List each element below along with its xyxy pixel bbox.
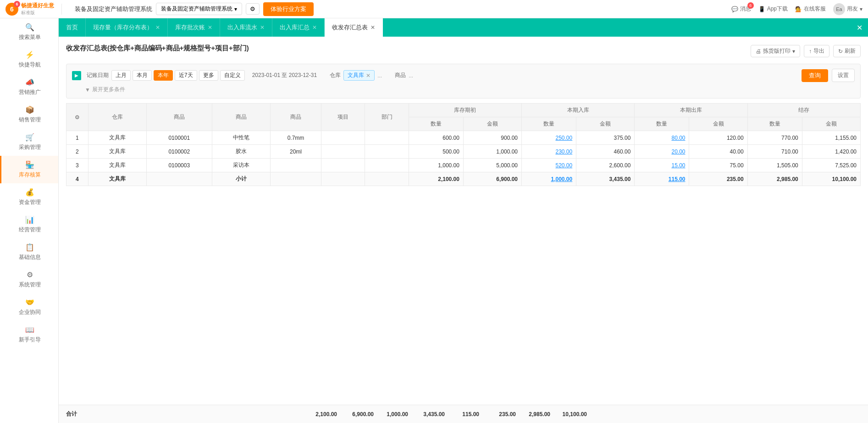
cell-project bbox=[321, 159, 365, 172]
date-btn-本月[interactable]: 本月 bbox=[133, 70, 152, 81]
footer-bal-amt: 10,100.00 bbox=[554, 411, 591, 418]
sidebar-item-finance[interactable]: 💰 资金管理 bbox=[0, 183, 58, 211]
tab-close-5[interactable]: ✕ bbox=[370, 24, 375, 31]
cell-out-amt: 40.00 bbox=[689, 145, 747, 159]
tab-label: 出入库汇总 bbox=[280, 23, 310, 32]
sidebar-item-label: 快捷导航 bbox=[19, 61, 41, 69]
tab-close-3[interactable]: ✕ bbox=[260, 24, 265, 31]
warehouse-tag[interactable]: 文具库 ✕ bbox=[343, 70, 375, 81]
warehouse-tag-close[interactable]: ✕ bbox=[366, 72, 370, 79]
sidebar-item-operation[interactable]: 📊 经营管理 bbox=[0, 211, 58, 238]
cell-spec bbox=[270, 159, 321, 172]
cell-in-qty[interactable]: 230.00 bbox=[522, 145, 576, 159]
tab-bar-close[interactable]: ✕ bbox=[851, 23, 868, 32]
cell-bal-amt: 1,155.00 bbox=[802, 131, 860, 145]
col-header-period-begin: 库存期初 bbox=[409, 104, 521, 117]
base-icon: 📋 bbox=[25, 243, 34, 252]
message-badge: 6 bbox=[747, 2, 754, 9]
footer-bal-qty: 2,985.00 bbox=[520, 411, 554, 418]
table-settings-col[interactable]: ⚙ bbox=[66, 104, 88, 131]
table-row: 3 文具库 0100003 采访本 1,000.00 5,000.00 520.… bbox=[66, 159, 861, 172]
cell-begin-amt: 1,000.00 bbox=[463, 145, 521, 159]
cell-goods-code: 0100001 bbox=[146, 131, 212, 145]
cell-bal-amt: 10,100.00 bbox=[802, 172, 860, 186]
col-header-out-qty: 数量 bbox=[635, 117, 689, 131]
print-button[interactable]: 🖨 拣货版打印 ▾ bbox=[751, 45, 800, 57]
sidebar-item-quick[interactable]: ⚡ 快捷导航 bbox=[0, 46, 58, 73]
tab-3[interactable]: 出入库流水✕ bbox=[220, 18, 272, 37]
col-header-balance: 结存 bbox=[747, 104, 860, 117]
data-table-container: ⚙ 仓库 商品 商品 商品 项目 部门 库存期初 本期入库 本期出库 结存 bbox=[66, 103, 861, 186]
tab-0[interactable]: 首页 bbox=[59, 18, 86, 37]
sidebar-item-system[interactable]: ⚙ 系统管理 bbox=[0, 266, 58, 293]
cell-out-amt: 120.00 bbox=[689, 131, 747, 145]
app-download-button[interactable]: 📱 App下载 bbox=[758, 5, 788, 13]
warehouse-more[interactable]: ... bbox=[377, 72, 382, 79]
tab-close-2[interactable]: ✕ bbox=[208, 24, 212, 31]
sidebar-item-inventory[interactable]: 🏪 库存核算 bbox=[0, 156, 58, 183]
try-industry-button[interactable]: 体验行业方案 bbox=[263, 2, 314, 16]
date-btn-本年[interactable]: 本年 bbox=[154, 70, 173, 81]
sales-icon: 📦 bbox=[25, 105, 34, 114]
cell-out-qty[interactable]: 20.00 bbox=[635, 145, 689, 159]
sidebar-item-search[interactable]: 🔍 搜索菜单 bbox=[0, 18, 58, 46]
tab-close-4[interactable]: ✕ bbox=[312, 24, 317, 31]
expand-conditions-button[interactable]: ▼ 展开更多条件 bbox=[85, 86, 125, 93]
tab-label: 库存批次账 bbox=[175, 23, 205, 32]
query-button[interactable]: 查询 bbox=[802, 69, 828, 82]
sidebar-item-marketing[interactable]: 📣 营销推广 bbox=[0, 73, 58, 101]
date-label: 记账日期 bbox=[87, 71, 109, 79]
settings-button[interactable]: ⚙ bbox=[246, 3, 260, 15]
col-header-begin-qty: 数量 bbox=[409, 117, 463, 131]
date-btn-近7天[interactable]: 近7天 bbox=[175, 70, 197, 81]
filter-bar: ▶ 记账日期 上月本月本年近7天更多自定义 2023-01-01 至 2023-… bbox=[66, 64, 861, 99]
user-avatar[interactable]: Ea 用友 ▾ bbox=[833, 3, 862, 15]
cell-out-qty[interactable]: 115.00 bbox=[635, 172, 689, 186]
date-btn-自定义[interactable]: 自定义 bbox=[220, 70, 245, 81]
system-selector[interactable]: 装备及固定资产辅助管理系统 ▾ bbox=[156, 3, 242, 15]
filter-settings-button[interactable]: 设置 bbox=[832, 69, 855, 82]
sidebar-item-purchase[interactable]: 🛒 采购管理 bbox=[0, 128, 58, 156]
sidebar-item-sales[interactable]: 📦 销售管理 bbox=[0, 101, 58, 128]
cell-goods-name: 小计 bbox=[212, 172, 270, 186]
cell-goods-name: 中性笔 bbox=[212, 131, 270, 145]
sidebar-item-corp[interactable]: 🤝 企业协同 bbox=[0, 293, 58, 321]
date-btn-更多[interactable]: 更多 bbox=[199, 70, 218, 81]
cell-in-qty[interactable]: 250.00 bbox=[522, 131, 576, 145]
cell-warehouse: 文具库 bbox=[88, 145, 146, 159]
expand-arrow[interactable]: ▶ bbox=[72, 71, 81, 80]
col-header-in-amt: 金额 bbox=[576, 117, 635, 131]
warehouse-section: 仓库 文具库 ✕ ... bbox=[330, 70, 382, 81]
sidebar-item-base[interactable]: 📋 基础信息 bbox=[0, 238, 58, 266]
quick-icon: ⚡ bbox=[25, 50, 34, 59]
export-button[interactable]: ↑ 导出 bbox=[804, 45, 829, 57]
cell-spec: 20ml bbox=[270, 145, 321, 159]
cell-in-qty[interactable]: 520.00 bbox=[522, 159, 576, 172]
tab-close-1[interactable]: ✕ bbox=[155, 24, 160, 31]
export-icon: ↑ bbox=[809, 48, 812, 55]
sidebar-item-label: 库存核算 bbox=[19, 171, 41, 179]
cell-bal-amt: 1,420.00 bbox=[802, 145, 860, 159]
tab-5[interactable]: 收发存汇总表✕ bbox=[325, 18, 383, 37]
cell-dept bbox=[365, 159, 409, 172]
cell-goods-code: 0100002 bbox=[146, 145, 212, 159]
online-service-button[interactable]: 💁 在线客服 bbox=[795, 5, 826, 13]
message-button[interactable]: 💬 消息 6 bbox=[731, 5, 751, 13]
refresh-button[interactable]: ↻ 刷新 bbox=[833, 45, 861, 57]
cell-begin-qty: 2,100.00 bbox=[409, 172, 463, 186]
cell-out-amt: 75.00 bbox=[689, 159, 747, 172]
cell-in-qty[interactable]: 1,000.00 bbox=[522, 172, 576, 186]
tab-1[interactable]: 现存量（库存分布表）✕ bbox=[86, 18, 168, 37]
tab-4[interactable]: 出入库汇总✕ bbox=[272, 18, 325, 37]
sidebar-item-label: 基础信息 bbox=[19, 253, 41, 261]
date-btn-上月[interactable]: 上月 bbox=[111, 70, 131, 81]
tab-2[interactable]: 库存批次账✕ bbox=[168, 18, 220, 37]
goods-more[interactable]: ... bbox=[409, 72, 413, 79]
sidebar-item-label: 企业协同 bbox=[19, 308, 41, 316]
cell-out-qty[interactable]: 15.00 bbox=[635, 159, 689, 172]
footer-in-amt: 3,435.00 bbox=[412, 411, 448, 418]
marketing-icon: 📣 bbox=[25, 78, 34, 87]
col-header-in-qty: 数量 bbox=[522, 117, 576, 131]
sidebar-item-guide[interactable]: 📖 新手引导 bbox=[0, 321, 58, 348]
cell-out-qty[interactable]: 80.00 bbox=[635, 131, 689, 145]
